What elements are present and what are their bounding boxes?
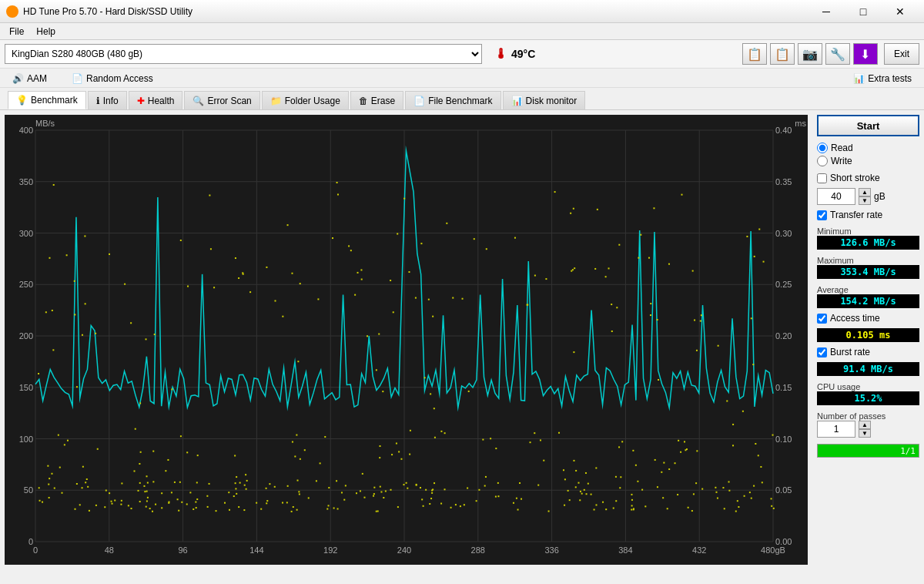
- tab-erase[interactable]: 🗑 Erase: [350, 91, 403, 109]
- average-label: Average: [817, 285, 919, 294]
- maximum-stat: Maximum 353.4 MB/s: [817, 254, 919, 279]
- average-stat: Average 154.2 MB/s: [817, 284, 919, 308]
- average-value: 154.2 MB/s: [817, 294, 919, 308]
- passes-spinner-group: ▲ ▼: [817, 421, 919, 438]
- health-icon: ✚: [137, 96, 145, 106]
- minimize-button[interactable]: ─: [808, 1, 844, 22]
- write-radio-label[interactable]: Write: [817, 156, 919, 166]
- access-time-value: 0.105 ms: [817, 328, 919, 342]
- short-stroke-unit: gB: [874, 191, 886, 202]
- maximum-value: 353.4 MB/s: [817, 265, 919, 279]
- transfer-rate-label[interactable]: Transfer rate: [817, 210, 919, 220]
- transfer-rate-checkbox[interactable]: [817, 210, 827, 220]
- download-icon-btn[interactable]: ⬇: [853, 43, 878, 65]
- toolbar-icons: 📋 📋 📷 🔧 ⬇ Exit: [742, 43, 919, 65]
- title-bar: HD Tune Pro 5.70 - Hard Disk/SSD Utility…: [0, 0, 924, 23]
- menu-bar: File Help: [0, 23, 924, 40]
- passes-label: Number of passes: [817, 411, 919, 421]
- tab-error-scan[interactable]: 🔍 Error Scan: [184, 91, 259, 109]
- burst-rate-checkbox[interactable]: [817, 347, 827, 357]
- read-write-radio-group: Read Write: [817, 141, 919, 168]
- maximum-label: Maximum: [817, 256, 919, 265]
- top-tab-row: 🔊 AAM 📄 Random Access 📊 Extra tests: [0, 69, 924, 88]
- copy-icon-btn[interactable]: 📋: [742, 43, 767, 65]
- burst-rate-checkbox-label[interactable]: Burst rate: [817, 347, 919, 357]
- random-access-icon: 📄: [72, 73, 83, 84]
- app-icon: [6, 5, 18, 18]
- drive-select[interactable]: KingDian S280 480GB (480 gB): [5, 44, 482, 64]
- title-bar-text: HD Tune Pro 5.70 - Hard Disk/SSD Utility: [23, 6, 808, 17]
- screenshot-icon-btn[interactable]: 📷: [798, 43, 822, 65]
- file-benchmark-icon: 📄: [413, 96, 425, 106]
- disk-monitor-icon: 📊: [511, 96, 523, 106]
- short-stroke-checkbox[interactable]: [817, 173, 827, 183]
- passes-stat: Number of passes ▲ ▼: [817, 410, 919, 438]
- short-stroke-up-button[interactable]: ▲: [859, 188, 871, 196]
- tab-file-benchmark[interactable]: 📄 File Benchmark: [405, 91, 500, 109]
- cpu-usage-label: CPU usage: [817, 382, 919, 391]
- main-tab-row: 💡 Benchmark ℹ Info ✚ Health 🔍 Error Scan…: [0, 88, 924, 109]
- minimum-stat: Minimum 126.6 MB/s: [817, 225, 919, 250]
- menu-help[interactable]: Help: [30, 25, 62, 39]
- settings-icon-btn[interactable]: 🔧: [825, 43, 850, 65]
- tab-extra-tests[interactable]: 📊 Extra tests: [849, 72, 916, 86]
- progress-area: 1/1: [817, 444, 919, 458]
- progress-bar: 1/1: [817, 444, 919, 458]
- short-stroke-input[interactable]: [817, 188, 855, 205]
- thermometer-icon: 🌡: [494, 46, 508, 62]
- info-icon: ℹ: [96, 96, 100, 106]
- title-bar-controls: ─ □ ✕: [808, 1, 918, 22]
- chart-area: [5, 115, 808, 565]
- benchmark-icon: 💡: [16, 95, 28, 106]
- short-stroke-label[interactable]: Short stroke: [817, 173, 919, 183]
- burst-rate-value: 91.4 MB/s: [817, 362, 919, 376]
- close-button[interactable]: ✕: [882, 1, 918, 22]
- read-radio[interactable]: [817, 143, 828, 153]
- tab-aam[interactable]: 🔊 AAM: [8, 72, 52, 86]
- maximize-button[interactable]: □: [845, 1, 881, 22]
- passes-up-button[interactable]: ▲: [859, 421, 871, 429]
- extra-tests-icon: 📊: [853, 73, 865, 84]
- error-scan-icon: 🔍: [192, 96, 204, 106]
- tab-benchmark[interactable]: 💡 Benchmark: [8, 91, 86, 109]
- read-radio-label[interactable]: Read: [817, 143, 919, 153]
- tab-folder-usage[interactable]: 📁 Folder Usage: [262, 91, 349, 109]
- tab-random-access[interactable]: 📄 Random Access: [67, 72, 158, 86]
- temperature-display: 🌡 49°C: [494, 46, 535, 62]
- passes-input[interactable]: [817, 421, 855, 438]
- access-time-checkbox[interactable]: [817, 314, 827, 324]
- passes-spinner-buttons: ▲ ▼: [859, 421, 871, 438]
- cpu-usage-value: 15.2%: [817, 391, 919, 405]
- erase-icon: 🗑: [359, 96, 368, 106]
- tab-info[interactable]: ℹ Info: [88, 91, 127, 109]
- minimum-value: 126.6 MB/s: [817, 236, 919, 250]
- cpu-usage-stat: CPU usage 15.2%: [817, 381, 919, 405]
- copy2-icon-btn[interactable]: 📋: [770, 43, 795, 65]
- main-content: Start Read Write Short stroke ▲ ▼ gB: [0, 110, 924, 569]
- tab-health[interactable]: ✚ Health: [129, 91, 183, 109]
- progress-text: 1/1: [900, 446, 916, 456]
- start-button[interactable]: Start: [817, 115, 919, 136]
- short-stroke-spinner-buttons: ▲ ▼: [859, 188, 871, 205]
- short-stroke-down-button[interactable]: ▼: [859, 196, 871, 205]
- side-panel: Start Read Write Short stroke ▲ ▼ gB: [812, 110, 924, 569]
- write-radio[interactable]: [817, 156, 828, 166]
- toolbar: KingDian S280 480GB (480 gB) 🌡 49°C 📋 📋 …: [0, 40, 924, 69]
- minimum-label: Minimum: [817, 227, 919, 236]
- tab-disk-monitor[interactable]: 📊 Disk monitor: [503, 91, 586, 109]
- exit-button[interactable]: Exit: [884, 43, 919, 65]
- short-stroke-spinner-group: ▲ ▼ gB: [817, 188, 919, 205]
- access-time-checkbox-label[interactable]: Access time: [817, 313, 919, 324]
- aam-icon: 🔊: [12, 73, 24, 84]
- benchmark-chart: [5, 115, 808, 565]
- folder-icon: 📁: [270, 96, 282, 106]
- temperature-value: 49°C: [511, 48, 535, 60]
- passes-down-button[interactable]: ▼: [859, 429, 871, 438]
- menu-file[interactable]: File: [3, 25, 30, 39]
- tab-area: 🔊 AAM 📄 Random Access 📊 Extra tests 💡 Be…: [0, 69, 924, 110]
